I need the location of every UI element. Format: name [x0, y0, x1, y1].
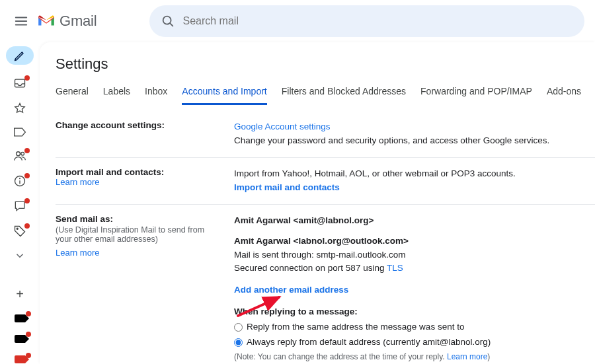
search-icon[interactable]: [155, 8, 181, 34]
notification-dot: [24, 198, 30, 203]
search-bar[interactable]: [149, 5, 584, 37]
inbox-nav[interactable]: [11, 77, 28, 90]
tab-inbox[interactable]: Inbox: [145, 86, 167, 105]
tab-forwarding[interactable]: Forwarding and POP/IMAP: [420, 86, 532, 105]
main-menu-button[interactable]: [5, 5, 37, 37]
tab-addons[interactable]: Add-ons: [547, 86, 581, 105]
chat-nav[interactable]: [11, 200, 28, 213]
section-title: Import mail and contacts:: [56, 167, 221, 177]
main-content: Settings General Labels Inbox Accounts a…: [40, 42, 595, 364]
tab-labels[interactable]: Labels: [103, 86, 130, 105]
custom-label-3[interactable]: [11, 355, 28, 364]
info-nav[interactable]: [11, 174, 28, 188]
tags-nav[interactable]: [11, 225, 28, 238]
reply-option-same-address[interactable]: Reply from the same address the message …: [234, 320, 595, 334]
svg-rect-2: [15, 79, 25, 87]
label-icon: [13, 127, 26, 137]
tag-icon: [15, 335, 25, 343]
change-settings-desc: Change your password and security option…: [234, 135, 549, 145]
reply-note-suffix: ): [487, 352, 490, 361]
label-nav[interactable]: [11, 127, 28, 137]
add-button[interactable]: +: [16, 287, 24, 302]
send-as-address-2: Amit Agarwal <labnol.org@outlook.com>: [234, 235, 595, 248]
google-account-settings-link[interactable]: Google Account settings: [234, 122, 331, 131]
reply-title: When replying to a message:: [234, 305, 595, 319]
reply-note-link[interactable]: Learn more: [447, 352, 487, 361]
chevron-down-icon: [14, 250, 26, 262]
page-title: Settings: [56, 55, 595, 73]
tab-filters[interactable]: Filters and Blocked Addresses: [282, 86, 406, 105]
expand-more[interactable]: [11, 250, 28, 262]
learn-more-link[interactable]: Learn more: [56, 177, 99, 187]
contacts-nav[interactable]: [11, 149, 28, 163]
notification-dot: [24, 173, 30, 178]
reply-note-prefix: (Note: You can change the address at the…: [234, 352, 447, 361]
search-input[interactable]: [181, 15, 579, 28]
custom-label-1[interactable]: [11, 314, 28, 322]
section-title: Change account settings:: [56, 120, 221, 130]
custom-label-2[interactable]: [11, 334, 28, 343]
svg-line-1: [170, 23, 173, 26]
import-mail-action[interactable]: Import mail and contacts: [234, 182, 340, 192]
reply-opt2-label: Always reply from default address (curre…: [247, 336, 491, 349]
hamburger-icon: [14, 14, 28, 28]
reply-opt1-label: Reply from the same address the message …: [247, 320, 464, 334]
import-desc: Import from Yahoo!, Hotmail, AOL, or oth…: [234, 168, 516, 178]
tab-accounts-import[interactable]: Accounts and Import: [182, 86, 266, 105]
settings-tabs: General Labels Inbox Accounts and Import…: [56, 86, 595, 106]
notification-dot: [24, 75, 30, 81]
notification-dot: [26, 353, 31, 358]
add-another-email-link[interactable]: Add another email address: [234, 285, 348, 295]
reply-radio-1[interactable]: [234, 323, 243, 332]
star-icon: [13, 102, 26, 115]
tag-icon: [15, 355, 25, 363]
section-hint: (Use Digital Inspiration Mail to send fr…: [56, 225, 221, 244]
learn-more-link[interactable]: Learn more: [56, 248, 99, 258]
reply-option-default[interactable]: Always reply from default address (curre…: [234, 336, 595, 349]
notification-dot: [26, 332, 31, 337]
pencil-icon: [13, 49, 26, 62]
section-title: Send mail as:: [56, 214, 221, 224]
sent-through-text: Mail is sent through: smtp-mail.outlook.…: [234, 248, 595, 262]
section-import: Import mail and contacts: Learn more Imp…: [56, 157, 595, 204]
send-as-address-1: Amit Agarwal <amit@labnol.org>: [234, 214, 595, 228]
svg-point-4: [21, 152, 24, 155]
svg-point-8: [17, 228, 18, 229]
gmail-logo-icon: [37, 14, 56, 28]
tls-link[interactable]: TLS: [387, 263, 403, 273]
notification-dot: [24, 223, 30, 229]
secured-text: Secured connection on port 587 using: [234, 263, 387, 273]
tag-icon: [15, 314, 25, 322]
section-send-as: Send mail as: (Use Digital Inspiration M…: [56, 204, 595, 364]
starred-nav[interactable]: [11, 102, 28, 115]
reply-radio-2[interactable]: [234, 338, 243, 347]
compose-button[interactable]: [6, 46, 34, 65]
section-change-settings: Change account settings: Google Account …: [56, 111, 595, 157]
gmail-logo[interactable]: Gmail: [37, 13, 97, 30]
svg-point-7: [20, 178, 20, 179]
gmail-logo-text: Gmail: [60, 13, 97, 30]
tab-general[interactable]: General: [56, 86, 89, 105]
sidebar: +: [0, 42, 40, 364]
notification-dot: [24, 148, 30, 153]
notification-dot: [26, 311, 31, 316]
svg-point-3: [17, 152, 20, 156]
